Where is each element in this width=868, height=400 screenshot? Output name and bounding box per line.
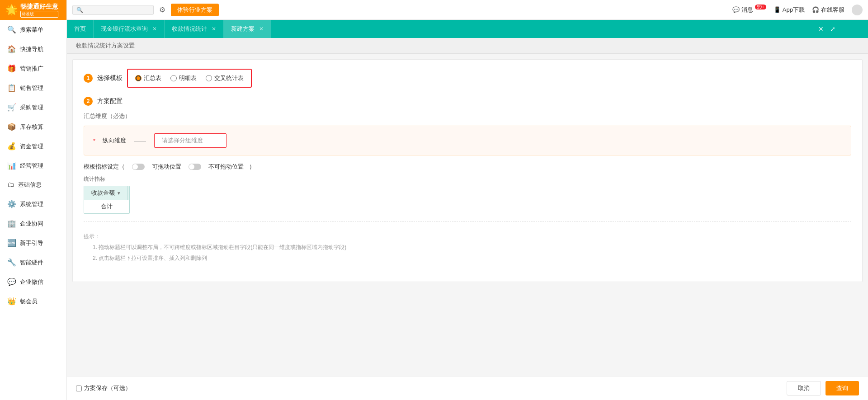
gear-sidebar-icon: ⚙️ xyxy=(7,200,16,208)
message-btn[interactable]: 💬 消息 99+ xyxy=(732,6,766,14)
metric-config-header: 模板指标设定（ 可拖动位置 不可拖动位置 ） xyxy=(84,163,851,171)
page-title: 收款情况统计方案设置 xyxy=(76,42,135,49)
sidebar-item-guide[interactable]: 🆕 新手引导 xyxy=(0,233,66,253)
tab-receipt-close[interactable]: ✕ xyxy=(212,26,216,32)
required-marker: * xyxy=(93,137,95,144)
building-icon: 🏢 xyxy=(7,219,16,228)
chart-icon: 📊 xyxy=(7,161,16,170)
sidebar-item-sales[interactable]: 📋 销售管理 xyxy=(0,78,66,98)
search-icon: 🔍 xyxy=(7,25,16,34)
step2-label: 方案配置 xyxy=(97,97,123,105)
save-checkbox[interactable] xyxy=(76,386,82,391)
bottom-bar: 方案保存（可选） 取消 查询 xyxy=(67,376,868,400)
step2-number: 2 xyxy=(84,97,93,106)
sidebar-item-basic[interactable]: 🗂 基础信息 xyxy=(0,175,66,194)
radio-summary[interactable]: 汇总表 xyxy=(135,74,161,82)
user-avatar[interactable] xyxy=(852,5,863,15)
draggable-label: 可拖动位置 xyxy=(152,163,181,171)
radio-detail[interactable]: 明细表 xyxy=(170,74,197,82)
metric-header-cell[interactable]: 收款金额 ▾ xyxy=(84,186,128,200)
step1-section: 1 选择模板 汇总表 明细表 xyxy=(84,69,851,88)
sidebar-logo: 🌟 畅捷通好生意 标准版 xyxy=(0,0,66,20)
save-option[interactable]: 方案保存（可选） xyxy=(76,384,131,392)
tab-receipt[interactable]: 收款情况统计 ✕ xyxy=(165,20,224,38)
radio-crosstab-input[interactable] xyxy=(206,75,212,81)
logo-badge: 标准版 xyxy=(20,11,58,18)
sidebar-item-corp[interactable]: 🏢 企业协同 xyxy=(0,214,66,233)
divider xyxy=(84,221,851,222)
sidebar-item-finance[interactable]: 💰 资金管理 xyxy=(0,136,66,156)
dimension-row: * 纵向维度 —— 请选择分组维度 xyxy=(93,133,842,148)
cart-icon: 🛒 xyxy=(7,103,16,112)
tab-expand-btn[interactable]: ⤢ xyxy=(828,24,837,34)
tab-cashflow[interactable]: 现金银行流水查询 ✕ xyxy=(94,20,165,38)
sidebar-item-quicknav[interactable]: 🏠 快捷导航 xyxy=(0,39,66,59)
step2-header: 2 方案配置 xyxy=(84,97,851,106)
clipboard-icon: 📋 xyxy=(7,84,16,92)
step1-header: 1 选择模板 汇总表 明细表 xyxy=(84,69,851,88)
tab-home[interactable]: 首页 xyxy=(67,20,94,38)
tab-close-all-btn[interactable]: ✕ xyxy=(816,24,826,34)
template-radio-group: 汇总表 明细表 交叉统计表 xyxy=(135,74,244,82)
sidebar-item-purchase[interactable]: 🛒 采购管理 xyxy=(0,98,66,117)
industry-btn[interactable]: 体验行业方案 xyxy=(171,4,219,16)
app-download-btn[interactable]: 📱 App下载 xyxy=(774,6,805,14)
main-area: 🔍 ⚙ 体验行业方案 💬 消息 99+ 📱 App下载 🎧 在线客服 xyxy=(67,0,868,400)
step2-section: 2 方案配置 汇总维度（必选） * 纵向维度 —— 请选择分组维度 xyxy=(84,97,851,264)
tabs-bar: 首页 现金银行流水查询 ✕ 收款情况统计 ✕ 新建方案 ✕ ✕ ⤢ xyxy=(67,20,868,38)
sidebar-item-operation[interactable]: 📊 经营管理 xyxy=(0,156,66,175)
metrics-section-title: 统计指标 xyxy=(84,175,130,183)
topbar: 🔍 ⚙ 体验行业方案 💬 消息 99+ 📱 App下载 🎧 在线客服 xyxy=(67,0,868,20)
metric-config: 模板指标设定（ 可拖动位置 不可拖动位置 ） 统计指标 xyxy=(84,163,851,215)
dimension-title: 汇总维度（必选） xyxy=(84,112,851,120)
hint-item-1: 1. 拖动标题栏可以调整布局，不可跨维度或指标区域拖动栏目字段(只能在同一维度或… xyxy=(84,242,851,253)
sidebar-item-wechat[interactable]: 💬 企业微信 xyxy=(0,272,66,292)
form-card: 1 选择模板 汇总表 明细表 xyxy=(72,59,863,282)
folder-icon: 🗂 xyxy=(7,181,14,189)
hints-title: 提示： xyxy=(84,233,100,240)
home-icon: 🏠 xyxy=(7,45,16,53)
tab-newplan-close[interactable]: ✕ xyxy=(259,26,264,32)
template-select-box: 汇总表 明细表 交叉统计表 xyxy=(127,69,252,88)
avatar xyxy=(852,5,863,15)
search-topbar-icon: 🔍 xyxy=(76,7,83,13)
sidebar-item-search[interactable]: 🔍 搜索菜单 xyxy=(0,20,66,39)
sidebar-item-smart[interactable]: 🔧 智能硬件 xyxy=(0,253,66,272)
metric-config-label-end: ） xyxy=(249,163,255,171)
sidebar-item-system[interactable]: ⚙️ 系统管理 xyxy=(0,194,66,214)
hints-section: 提示： 1. 拖动标题栏可以调整布局，不可跨维度或指标区域拖动栏目字段(只能在同… xyxy=(84,231,851,264)
sidebar-item-member[interactable]: 👑 畅会员 xyxy=(0,292,66,311)
sidebar-item-marketing[interactable]: 🎁 营销推广 xyxy=(0,59,66,78)
draggable-toggle[interactable] xyxy=(132,164,145,170)
vertical-dimension-label: 纵向维度 xyxy=(103,136,126,145)
radio-crosstab[interactable]: 交叉统计表 xyxy=(206,74,244,82)
save-label: 方案保存（可选） xyxy=(84,384,131,392)
metric-config-label-start: 模板指标设定（ xyxy=(84,163,125,171)
cancel-button[interactable]: 取消 xyxy=(787,381,821,395)
metrics-table: 收款金额 ▾ 合计 xyxy=(84,186,130,214)
step1-label: 选择模板 xyxy=(97,74,123,82)
tab-newplan[interactable]: 新建方案 ✕ xyxy=(224,20,271,38)
radio-detail-input[interactable] xyxy=(170,75,177,81)
topbar-search[interactable]: 🔍 xyxy=(72,5,154,15)
service-btn[interactable]: 🎧 在线客服 xyxy=(812,6,844,14)
tab-cashflow-close[interactable]: ✕ xyxy=(152,26,157,32)
fixed-label: 不可拖动位置 xyxy=(208,163,244,171)
fixed-toggle[interactable] xyxy=(189,164,201,170)
radio-summary-input[interactable] xyxy=(135,75,142,81)
arrow-icon: —— xyxy=(134,137,146,144)
message-badge: 99+ xyxy=(755,5,766,9)
dimension-select-btn[interactable]: 请选择分组维度 xyxy=(154,133,226,148)
logo-text: 畅捷通好生意 xyxy=(20,3,58,11)
sidebar: 🌟 畅捷通好生意 标准版 🔍 搜索菜单 🏠 快捷导航 🎁 营销推广 📋 销售管理… xyxy=(0,0,67,400)
settings-icon[interactable]: ⚙ xyxy=(159,5,165,14)
metrics-grid: 统计指标 收款金额 ▾ 合计 xyxy=(84,175,130,214)
footer-actions: 取消 查询 xyxy=(787,381,859,395)
metrics-body: 合计 xyxy=(84,200,129,213)
sidebar-item-inventory[interactable]: 📦 库存核算 xyxy=(0,117,66,136)
chat-icon: 💬 xyxy=(7,278,16,286)
page-title-bar: 收款情况统计方案设置 xyxy=(67,38,868,54)
metrics-header: 收款金额 ▾ xyxy=(84,186,129,200)
metric-dropdown-icon[interactable]: ▾ xyxy=(118,190,120,196)
query-button[interactable]: 查询 xyxy=(826,381,859,395)
